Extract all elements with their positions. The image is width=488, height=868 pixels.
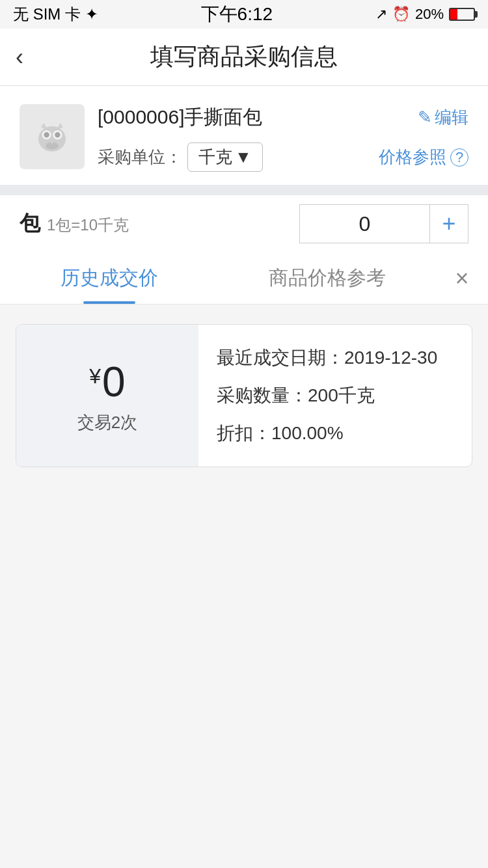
product-unit-row: 采购单位： 千克 ▼ 价格参照 ?: [98, 142, 468, 172]
tab-history-label: 历史成交价: [61, 265, 158, 292]
price-trades: 交易2次: [77, 411, 137, 434]
discount-value: 100.00%: [271, 423, 344, 443]
edit-button[interactable]: ✎ 编辑: [418, 106, 468, 129]
unit-label: 采购单位： 千克 ▼: [98, 142, 263, 172]
status-right: ↗ ⏰ 20%: [375, 6, 475, 23]
chevron-down-icon: ▼: [235, 147, 252, 167]
unit-label-text: 采购单位：: [98, 146, 182, 169]
location-icon: ↗: [375, 6, 387, 23]
tab-row: 历史成交价 商品价格参考 ×: [0, 252, 488, 305]
price-card-area: ¥ 0 交易2次 最近成交日期：2019-12-30 采购数量：200千克 折扣…: [0, 305, 488, 630]
status-bar: 无 SIM 卡 ✦ 下午6:12 ↗ ⏰ 20%: [0, 0, 488, 29]
quantity-label: 包 1包=10千克: [20, 210, 129, 238]
unit-value: 千克: [198, 146, 232, 169]
battery-icon: [449, 8, 475, 21]
svg-marker-7: [41, 123, 46, 128]
price-card-right: 最近成交日期：2019-12-30 采购数量：200千克 折扣：100.00%: [198, 325, 472, 467]
tab-product-price[interactable]: 商品价格参考: [218, 252, 436, 304]
edit-icon: ✎: [418, 107, 432, 128]
quantity-plus-button[interactable]: +: [429, 204, 468, 243]
product-thumbnail: [20, 104, 85, 169]
svg-point-4: [55, 132, 60, 137]
quantity-conversion: 1包=10千克: [47, 215, 129, 236]
quantity-row: 包 1包=10千克 +: [0, 195, 488, 252]
quantity-control: +: [299, 204, 468, 243]
svg-marker-8: [57, 123, 62, 128]
page-title: 填写商品采购信息: [150, 41, 338, 73]
section-divider: [0, 185, 488, 195]
edit-label: 编辑: [435, 106, 468, 129]
product-header: [0000006]手撕面包 ✎ 编辑: [98, 104, 468, 131]
price-card-left: ¥ 0 交易2次: [16, 325, 198, 467]
unit-dropdown[interactable]: 千克 ▼: [187, 142, 263, 172]
date-label: 最近成交日期：: [217, 347, 344, 368]
discount-label: 折扣：: [217, 423, 271, 443]
price-detail-qty: 采购数量：200千克: [217, 382, 454, 409]
price-value: 0: [102, 358, 126, 406]
quantity-unit: 包: [20, 210, 40, 238]
product-image-owl: [29, 114, 75, 159]
price-amount: ¥ 0: [89, 358, 125, 406]
product-card: [0000006]手撕面包 ✎ 编辑 采购单位： 千克 ▼ 价格参照 ?: [0, 86, 488, 185]
currency-symbol: ¥: [89, 364, 101, 388]
sim-label: 无 SIM 卡 ✦: [13, 4, 98, 25]
alarm-icon: ⏰: [392, 6, 410, 23]
price-reference-button[interactable]: 价格参照 ?: [379, 146, 468, 169]
qty-label: 采购数量：: [217, 385, 308, 405]
qty-value: 200千克: [308, 385, 375, 405]
price-detail-date: 最近成交日期：2019-12-30: [217, 344, 454, 372]
quantity-input[interactable]: [299, 204, 429, 243]
price-ref-label: 价格参照: [379, 146, 446, 169]
battery-percent: 20%: [415, 6, 444, 23]
nav-bar: ‹ 填写商品采购信息: [0, 29, 488, 86]
tab-product-label: 商品价格参考: [269, 265, 386, 292]
help-icon: ?: [450, 148, 468, 167]
product-name: [0000006]手撕面包: [98, 104, 262, 131]
price-detail-discount: 折扣：100.00%: [217, 420, 454, 447]
price-card: ¥ 0 交易2次 最近成交日期：2019-12-30 采购数量：200千克 折扣…: [16, 324, 472, 467]
tab-history-price[interactable]: 历史成交价: [0, 252, 218, 304]
product-info: [0000006]手撕面包 ✎ 编辑 采购单位： 千克 ▼ 价格参照 ?: [98, 104, 468, 172]
status-time: 下午6:12: [201, 2, 273, 27]
tab-close-button[interactable]: ×: [436, 252, 488, 304]
date-value: 2019-12-30: [344, 347, 437, 368]
svg-point-3: [44, 132, 49, 137]
status-left: 无 SIM 卡 ✦: [13, 4, 98, 25]
back-button[interactable]: ‹: [16, 44, 23, 71]
